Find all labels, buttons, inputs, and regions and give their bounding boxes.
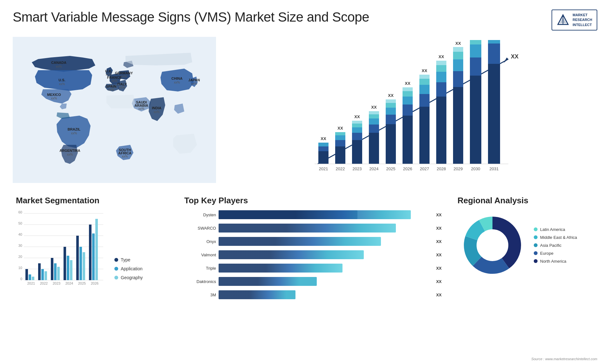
bar-chart-svg: XX XX 2021 XX 2022 bbox=[229, 40, 591, 180]
player-row-triple: Triple XX bbox=[184, 264, 442, 273]
player-name-onyx: Onyx bbox=[184, 239, 216, 244]
svg-text:XX: XX bbox=[438, 54, 444, 59]
svg-rect-148 bbox=[79, 247, 82, 280]
svg-rect-99 bbox=[470, 76, 481, 164]
svg-rect-142 bbox=[54, 263, 57, 280]
svg-text:XX: XX bbox=[422, 68, 427, 73]
svg-rect-73 bbox=[403, 97, 413, 104]
svg-rect-61 bbox=[369, 111, 379, 114]
svg-rect-78 bbox=[419, 107, 430, 164]
svg-text:INDIA: INDIA bbox=[152, 106, 161, 110]
legend-type-dot bbox=[114, 258, 118, 262]
svg-text:2029: 2029 bbox=[454, 166, 463, 171]
svg-text:xx%: xx% bbox=[154, 110, 160, 114]
svg-text:10: 10 bbox=[18, 266, 22, 270]
svg-rect-45 bbox=[335, 140, 345, 146]
svg-text:2024: 2024 bbox=[369, 166, 379, 171]
player-row-daktronics: Daktronics XX bbox=[184, 277, 442, 286]
player-bar-triple bbox=[219, 264, 432, 273]
svg-text:XX: XX bbox=[321, 136, 326, 141]
svg-rect-81 bbox=[419, 79, 430, 85]
legend-europe-dot bbox=[534, 251, 538, 255]
player-row-onyx: Onyx XX bbox=[184, 237, 442, 246]
logo-icon bbox=[557, 14, 569, 26]
svg-rect-52 bbox=[352, 127, 362, 133]
svg-rect-152 bbox=[95, 219, 98, 280]
svg-rect-85 bbox=[436, 97, 446, 164]
svg-rect-136 bbox=[29, 274, 31, 280]
legend-asia-pacific: Asia Pacific bbox=[534, 243, 577, 248]
svg-rect-53 bbox=[352, 124, 362, 127]
svg-text:2023: 2023 bbox=[53, 281, 60, 285]
svg-text:2026: 2026 bbox=[403, 166, 412, 171]
svg-text:2022: 2022 bbox=[40, 281, 48, 285]
svg-rect-106 bbox=[488, 64, 500, 164]
player-bar-3m bbox=[219, 290, 432, 299]
svg-rect-102 bbox=[470, 40, 481, 44]
svg-rect-145 bbox=[67, 256, 69, 280]
player-bar-swarco bbox=[219, 224, 432, 233]
players-title: Top Key Players bbox=[184, 196, 442, 206]
svg-rect-87 bbox=[436, 72, 446, 82]
svg-rect-140 bbox=[44, 271, 47, 280]
svg-text:xx%: xx% bbox=[139, 107, 145, 111]
player-bar-valmont bbox=[219, 250, 432, 259]
svg-marker-37 bbox=[504, 57, 508, 63]
svg-text:xx%: xx% bbox=[108, 88, 114, 91]
svg-text:xx%: xx% bbox=[71, 131, 77, 135]
legend-mea-dot bbox=[534, 235, 538, 239]
svg-text:BRAZIL: BRAZIL bbox=[68, 127, 81, 131]
player-name-valmont: Valmont bbox=[184, 253, 216, 257]
player-bar-dysten bbox=[219, 210, 432, 219]
donut-legend: Latin America Middle East & Africa Asia … bbox=[534, 227, 577, 264]
main-content: CANADA xx% U.S. xx% MEXICO xx% BRAZIL xx… bbox=[0, 37, 610, 307]
svg-text:xx%: xx% bbox=[67, 153, 73, 156]
logo: MARKET RESEARCH INTELLECT bbox=[552, 10, 597, 30]
svg-text:xx%: xx% bbox=[191, 82, 197, 85]
svg-rect-143 bbox=[57, 267, 60, 280]
logo-text: MARKET RESEARCH INTELLECT bbox=[573, 13, 592, 27]
svg-rect-54 bbox=[352, 121, 362, 124]
svg-text:2022: 2022 bbox=[336, 166, 345, 171]
player-row-dysten: Dysten XX bbox=[184, 210, 442, 219]
svg-rect-93 bbox=[453, 71, 463, 87]
player-bar-onyx bbox=[219, 237, 432, 246]
svg-rect-147 bbox=[76, 236, 79, 280]
player-bar-daktronics bbox=[219, 277, 432, 286]
segmentation-chart: 0 10 20 30 40 50 60 bbox=[16, 210, 105, 286]
svg-text:xx%: xx% bbox=[121, 75, 127, 78]
svg-rect-94 bbox=[453, 59, 463, 71]
svg-rect-89 bbox=[436, 61, 446, 65]
donut-chart bbox=[458, 210, 527, 280]
legend-geography-dot bbox=[114, 276, 118, 280]
svg-point-158 bbox=[477, 230, 508, 260]
svg-rect-139 bbox=[41, 269, 44, 280]
legend-mea: Middle East & Africa bbox=[534, 235, 577, 240]
svg-rect-67 bbox=[386, 103, 396, 108]
player-name-daktronics: Daktronics bbox=[184, 279, 216, 284]
bar-chart-section: XX XX 2021 XX 2022 bbox=[222, 37, 597, 189]
segmentation-section: Market Segmentation 0 10 20 30 40 50 60 bbox=[13, 192, 172, 307]
svg-rect-88 bbox=[436, 65, 446, 72]
legend-latin-america: Latin America bbox=[534, 227, 577, 232]
donut-container: Latin America Middle East & Africa Asia … bbox=[458, 210, 594, 280]
svg-rect-57 bbox=[369, 133, 379, 164]
svg-rect-44 bbox=[335, 146, 345, 164]
svg-rect-101 bbox=[470, 44, 481, 57]
svg-text:XX: XX bbox=[371, 105, 377, 110]
legend-na-dot bbox=[534, 259, 538, 263]
svg-text:XX: XX bbox=[388, 93, 394, 98]
svg-rect-46 bbox=[335, 135, 345, 140]
players-section: Top Key Players Dysten XX SWARCO bbox=[178, 192, 448, 307]
segmentation-legend: Type Application Geography bbox=[114, 257, 143, 286]
svg-text:2030: 2030 bbox=[471, 166, 480, 171]
svg-rect-86 bbox=[436, 82, 446, 97]
svg-text:xx%: xx% bbox=[122, 155, 128, 158]
svg-text:50: 50 bbox=[18, 221, 22, 225]
svg-text:XX: XX bbox=[405, 81, 410, 86]
svg-text:CANADA: CANADA bbox=[51, 61, 66, 64]
svg-text:XX: XX bbox=[511, 53, 518, 60]
world-map: CANADA xx% U.S. xx% MEXICO xx% BRAZIL xx… bbox=[13, 37, 216, 183]
svg-rect-51 bbox=[352, 133, 362, 140]
svg-rect-40 bbox=[318, 146, 329, 151]
